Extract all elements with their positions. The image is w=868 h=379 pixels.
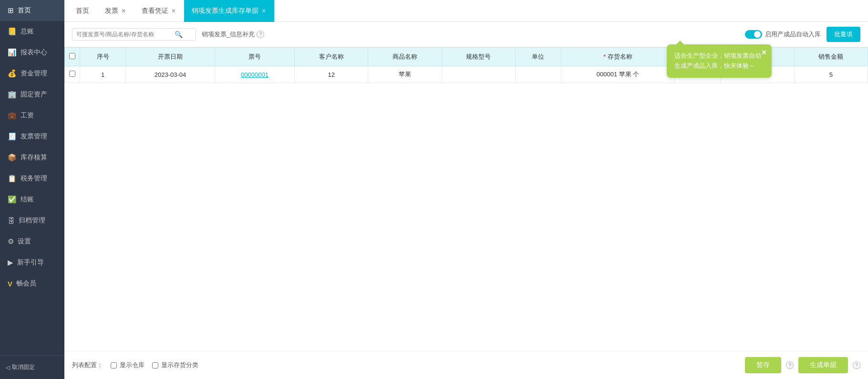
close-sales-return-tab[interactable]: ✕ <box>261 8 266 14</box>
show-inventory-category-wrap: 显示存货分类 <box>152 361 198 369</box>
info-help-icon[interactable]: ? <box>257 31 264 38</box>
list-config-label: 列表配置： <box>72 361 103 369</box>
sidebar-item-funds[interactable]: 💰 资金管理 <box>0 63 64 84</box>
funds-icon: 💰 <box>8 69 17 78</box>
cancel-pin-button[interactable]: ◁ 取消固定 <box>0 360 64 374</box>
row-checkbox-cell <box>65 66 80 83</box>
search-box[interactable]: 🔍 <box>72 28 196 41</box>
toggle-wrap: ✕ 适合生产型企业，销项发票自动生成产成品入库，快来体验～ 启用产成品自动入库 <box>745 30 821 39</box>
ledger-icon: 📒 <box>8 27 17 36</box>
header-amount: 销售金额 <box>794 48 868 66</box>
reports-icon: 📊 <box>8 48 17 57</box>
sidebar-item-settlement[interactable]: ✅ 结账 <box>0 189 64 210</box>
sidebar-item-home[interactable]: ⊞ 首页 <box>0 0 64 21</box>
sidebar-item-fixed-assets[interactable]: 🏢 固定资产 <box>0 84 64 105</box>
tooltip-bubble: ✕ 适合生产型企业，销项发票自动生成产成品入库，快来体验～ <box>667 44 772 78</box>
header-checkbox-cell <box>65 48 80 66</box>
sidebar: ⊞ 首页 📒 总账 📊 报表中心 💰 资金管理 🏢 固定资产 💼 工资 🧾 发票… <box>0 0 64 379</box>
header-seq: 序号 <box>80 48 126 66</box>
member-icon: V <box>8 280 12 288</box>
sidebar-item-invoice-mgmt[interactable]: 🧾 发票管理 <box>0 126 64 147</box>
settings-icon: ⚙ <box>8 237 14 246</box>
main-area: 首页 发票 ✕ 查看凭证 ✕ 销项发票生成库存单据 ✕ 🔍 销项发票_信息补充 … <box>64 0 868 379</box>
sidebar-item-tax[interactable]: 📋 税务管理 <box>0 168 64 189</box>
home-icon: ⊞ <box>8 6 14 15</box>
row-unit <box>515 66 561 83</box>
row-inventory-name[interactable]: 000001 苹果 个 <box>561 66 674 83</box>
row-date: 2023-03-04 <box>126 66 215 83</box>
select-all-checkbox[interactable] <box>69 53 75 59</box>
sidebar-item-reports[interactable]: 📊 报表中心 <box>0 42 64 63</box>
row-amount: 5 <box>794 66 868 83</box>
header-unit: 单位 <box>515 48 561 66</box>
toolbar: 🔍 销项发票_信息补充 ? ✕ 适合生产型企业，销项发票自动生成产成品入库，快来… <box>64 22 868 47</box>
show-warehouse-checkbox[interactable] <box>111 362 117 368</box>
search-input[interactable] <box>76 31 172 38</box>
sidebar-item-settings[interactable]: ⚙ 设置 <box>0 231 64 252</box>
toggle-label: 启用产成品自动入库 <box>765 30 821 39</box>
inventory-icon: 📦 <box>8 153 17 162</box>
info-label: 销项发票_信息补充 ? <box>202 30 264 39</box>
header-spec: 规格型号 <box>442 48 515 66</box>
generate-button[interactable]: 生成单据 <box>798 357 848 373</box>
close-view-voucher-tab[interactable]: ✕ <box>171 8 176 14</box>
row-seq: 1 <box>80 66 126 83</box>
tax-icon: 📋 <box>8 174 17 183</box>
show-warehouse-wrap: 显示仓库 <box>111 361 145 369</box>
sidebar-item-guide[interactable]: ▶ 新手引导 <box>0 252 64 273</box>
row-product-name: 苹果 <box>368 66 442 83</box>
header-date: 开票日期 <box>126 48 215 66</box>
tooltip-container: ✕ 适合生产型企业，销项发票自动生成产成品入库，快来体验～ <box>745 30 762 39</box>
footer: 列表配置： 显示仓库 显示存货分类 暂存 ? 生成单据 ? <box>64 351 868 379</box>
generate-help-icon[interactable]: ? <box>853 361 860 369</box>
row-checkbox[interactable] <box>69 71 75 77</box>
save-help-icon[interactable]: ? <box>786 361 794 369</box>
tab-view-voucher[interactable]: 查看凭证 ✕ <box>134 0 184 22</box>
sidebar-item-ledger[interactable]: 📒 总账 <box>0 21 64 42</box>
row-ticket-no: 00000001 <box>215 66 294 83</box>
archive-icon: 🗄 <box>8 217 15 225</box>
header-ticket-no: 票号 <box>215 48 294 66</box>
sidebar-bottom: ◁ 取消固定 <box>0 355 64 379</box>
show-inventory-category-checkbox[interactable] <box>152 362 158 368</box>
search-icon: 🔍 <box>175 31 183 38</box>
header-inventory-name: * 存货名称 <box>561 48 674 66</box>
payroll-icon: 💼 <box>8 111 17 120</box>
tab-sales-return[interactable]: 销项发票生成库存单据 ✕ <box>184 0 274 22</box>
sidebar-item-archive[interactable]: 🗄 归档管理 <box>0 210 64 231</box>
tooltip-close-button[interactable]: ✕ <box>761 47 767 58</box>
guide-icon: ▶ <box>8 258 13 267</box>
settlement-icon: ✅ <box>8 195 17 204</box>
auto-warehouse-toggle[interactable] <box>745 30 762 39</box>
close-invoice-tab[interactable]: ✕ <box>121 8 126 14</box>
toggle-knob <box>754 31 761 38</box>
batch-fill-button[interactable]: 批量填 <box>827 27 860 42</box>
tab-home[interactable]: 首页 <box>68 0 97 22</box>
tab-invoice[interactable]: 发票 ✕ <box>97 0 134 22</box>
sidebar-item-member[interactable]: V 畅会员 <box>0 273 64 294</box>
show-inventory-category-label: 显示存货分类 <box>161 361 198 369</box>
row-customer: 12 <box>295 66 368 83</box>
page-content: 🔍 销项发票_信息补充 ? ✕ 适合生产型企业，销项发票自动生成产成品入库，快来… <box>64 22 868 379</box>
invoice-mgmt-icon: 🧾 <box>8 132 17 141</box>
tab-bar: 首页 发票 ✕ 查看凭证 ✕ 销项发票生成库存单据 ✕ <box>64 0 868 22</box>
table-wrap: 序号 开票日期 票号 客户名称 商品名称 规格型号 单位 * 存货名称 数量 销… <box>64 47 868 351</box>
save-button[interactable]: 暂存 <box>745 357 781 373</box>
header-product-name: 商品名称 <box>368 48 442 66</box>
sidebar-item-inventory[interactable]: 📦 库存核算 <box>0 147 64 168</box>
ticket-no-link[interactable]: 00000001 <box>241 71 269 78</box>
header-customer: 客户名称 <box>295 48 368 66</box>
fixed-assets-icon: 🏢 <box>8 90 17 99</box>
pin-icon: ◁ <box>6 364 10 371</box>
sidebar-item-payroll[interactable]: 💼 工资 <box>0 105 64 126</box>
show-warehouse-label: 显示仓库 <box>120 361 145 369</box>
row-spec <box>442 66 515 83</box>
footer-actions: 暂存 ? 生成单据 ? <box>745 357 860 373</box>
